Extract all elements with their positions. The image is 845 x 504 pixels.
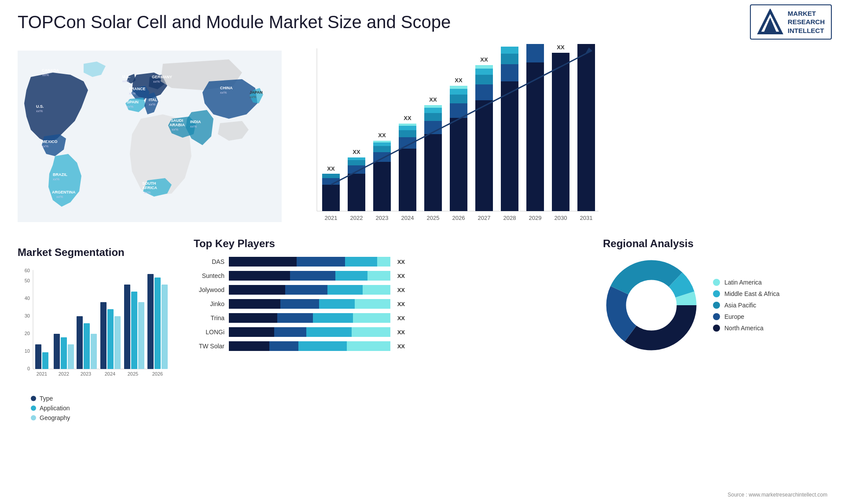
player-xx-jinko: XX [397,301,405,307]
player-row-jinko: Jinko XX [194,299,405,309]
svg-text:xx%: xx% [36,109,43,113]
player-name-jolywood: Jolywood [194,286,224,293]
svg-text:50: 50 [25,278,30,283]
svg-text:2023: 2023 [376,215,389,221]
svg-text:0: 0 [27,366,30,371]
donut-chart [603,257,700,354]
svg-rect-89 [526,62,544,211]
svg-rect-114 [68,344,74,369]
svg-text:xx%: xx% [42,144,48,148]
svg-rect-122 [131,292,137,369]
svg-text:2025: 2025 [128,371,138,376]
world-map: CANADA xx% U.S. xx% MEXICO xx% BRAZIL xx… [18,51,282,222]
source-text: Source : www.marketresearchintellect.com [727,492,845,500]
legend-north-america: North America [713,325,779,332]
legend-dot-geography [31,415,36,420]
segmentation-title: Market Segmentation [18,246,185,259]
svg-text:ITALY: ITALY [149,98,160,102]
svg-rect-121 [124,285,130,369]
svg-rect-56 [399,137,416,149]
svg-text:CANADA: CANADA [42,68,59,73]
svg-rect-80 [475,65,493,69]
svg-rect-59 [399,124,416,126]
svg-rect-72 [450,89,467,95]
svg-rect-48 [373,162,391,211]
svg-text:xx%: xx% [53,177,59,181]
svg-rect-73 [450,86,467,89]
svg-text:10: 10 [25,348,30,354]
svg-text:xx%: xx% [127,105,133,109]
player-bar-longi [229,327,390,337]
svg-text:XX: XX [557,44,565,51]
svg-text:SPAIN: SPAIN [127,100,139,104]
svg-rect-124 [147,274,154,369]
player-bar-jinko [229,299,390,309]
svg-text:2026: 2026 [452,215,465,221]
svg-text:2022: 2022 [59,371,69,376]
svg-text:2026: 2026 [152,371,163,376]
player-row-das: DAS XX [194,257,405,267]
svg-text:2029: 2029 [529,215,542,221]
svg-rect-62 [424,134,442,211]
svg-rect-39 [322,174,340,178]
donut-container: Latin America Middle East & Africa Asia … [603,257,832,354]
player-name-das: DAS [194,258,224,265]
svg-text:2023: 2023 [81,371,91,376]
player-row-suntech: Suntech XX [194,271,405,281]
svg-text:SAUDI: SAUDI [171,118,183,123]
donut-legend: Latin America Middle East & Africa Asia … [713,279,779,332]
svg-text:xx%: xx% [220,91,227,95]
svg-rect-123 [138,302,144,369]
legend-middle-east-africa: Middle East & Africa [713,290,779,297]
svg-text:xx%: xx% [153,80,160,84]
player-bar-trina [229,313,390,323]
svg-rect-76 [475,100,493,211]
regional-title: Regional Analysis [603,237,832,250]
svg-text:CHINA: CHINA [220,86,233,90]
svg-text:xx%: xx% [250,95,256,99]
svg-rect-112 [54,334,60,369]
player-name-jinko: Jinko [194,300,224,307]
svg-text:2021: 2021 [37,371,47,376]
segmentation-legend: Type Application Geography [18,395,185,421]
player-xx-longi: XX [397,329,405,336]
player-bar-jolywood [229,285,390,295]
svg-text:60: 60 [25,268,30,273]
svg-rect-64 [424,113,442,121]
svg-rect-65 [424,108,442,113]
svg-text:XX: XX [327,165,335,172]
svg-rect-116 [84,323,90,369]
svg-text:2024: 2024 [401,215,414,221]
svg-text:ARABIA: ARABIA [169,123,185,127]
svg-rect-119 [107,309,114,369]
svg-text:2025: 2025 [427,215,440,221]
player-name-twsolar: TW Solar [194,343,224,350]
legend-dot-application [31,405,36,411]
svg-text:BRAZIL: BRAZIL [53,172,67,177]
svg-text:xx%: xx% [172,128,178,131]
svg-text:2031: 2031 [580,215,593,221]
svg-rect-83 [501,81,518,211]
legend-latin-america: Latin America [713,279,779,286]
svg-rect-117 [91,334,97,369]
legend-application: Application [31,405,185,412]
page-title: TOPCon Solar Cell and Module Market Size… [18,12,451,32]
player-name-trina: Trina [194,314,224,321]
color-europe [713,313,720,320]
logo: MARKET RESEARCH INTELLECT [750,4,832,40]
svg-rect-42 [348,174,365,211]
svg-text:2027: 2027 [478,215,491,221]
svg-rect-69 [450,118,467,211]
svg-text:xx%: xx% [129,91,136,95]
player-xx-das: XX [397,259,405,265]
svg-text:JAPAN: JAPAN [250,90,263,95]
color-middle-east-africa [713,290,720,297]
legend-asia-pacific: Asia Pacific [713,302,779,309]
svg-rect-49 [373,152,391,162]
svg-text:XX: XX [455,77,463,84]
svg-text:XX: XX [404,115,411,121]
svg-text:U.S.: U.S. [36,104,44,109]
svg-rect-66 [424,105,442,108]
svg-text:XX: XX [353,149,360,155]
svg-rect-120 [114,316,121,369]
